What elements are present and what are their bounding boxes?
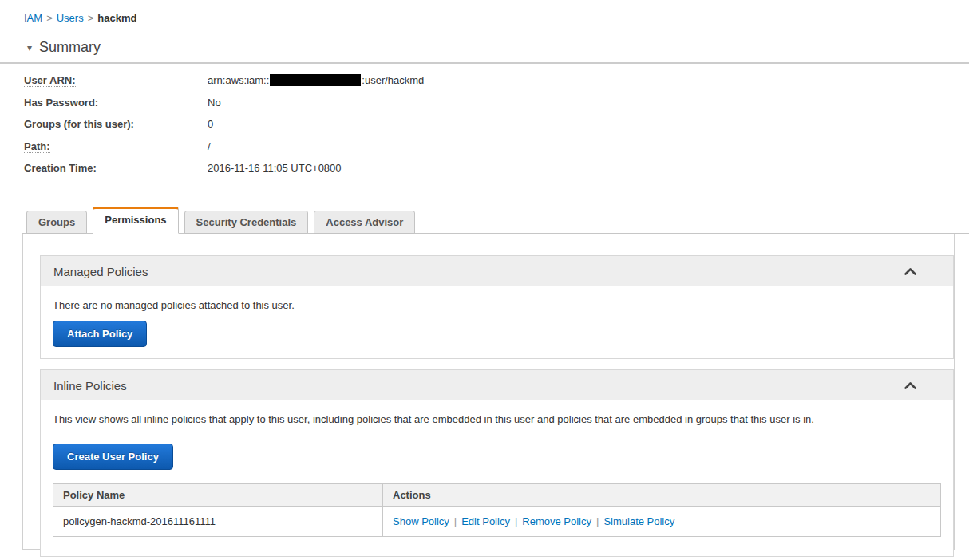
- inline-policies-description: This view shows all inline policies that…: [53, 413, 941, 425]
- arn-suffix: :user/hackmd: [362, 74, 424, 86]
- tab-permissions[interactable]: Permissions: [93, 207, 178, 234]
- tab-access-advisor[interactable]: Access Advisor: [314, 211, 415, 234]
- managed-policies-body: There are no managed policies attached t…: [41, 286, 953, 358]
- field-value-groups: 0: [208, 118, 213, 130]
- field-label-path: Path:: [24, 140, 208, 152]
- managed-policies-header[interactable]: Managed Policies: [41, 256, 953, 286]
- breadcrumb-link-iam[interactable]: IAM: [24, 12, 42, 24]
- field-row-has-password: Has Password: No: [0, 92, 969, 114]
- permissions-tab-panel: Managed Policies There are no managed po…: [22, 234, 955, 550]
- field-value-creation-time: 2016-11-16 11:05 UTC+0800: [208, 162, 342, 174]
- managed-policies-empty-text: There are no managed policies attached t…: [53, 299, 941, 311]
- remove-policy-link[interactable]: Remove Policy: [522, 515, 591, 527]
- tab-groups[interactable]: Groups: [26, 211, 87, 234]
- table-row: policygen-hackmd-201611161111 Show Polic…: [53, 507, 941, 537]
- breadcrumb-link-users[interactable]: Users: [57, 12, 84, 24]
- field-label-groups: Groups (for this user):: [24, 118, 208, 130]
- inline-policies-title: Inline Policies: [53, 379, 904, 392]
- summary-fields: User ARN: arn:aws:iam:::user/hackmd Has …: [0, 69, 969, 179]
- tab-security-credentials[interactable]: Security Credentials: [184, 211, 309, 234]
- inline-policies-body: This view shows all inline policies that…: [41, 400, 953, 556]
- summary-header: ▾ Summary: [27, 39, 969, 56]
- field-row-path: Path: /: [0, 136, 969, 158]
- redacted-account-id: [270, 74, 361, 86]
- table-header-row: Policy Name Actions: [53, 484, 941, 507]
- link-separator: |: [515, 515, 517, 527]
- field-value-path: /: [208, 140, 211, 152]
- actions-cell: Show Policy|Edit Policy|Remove Policy|Si…: [383, 507, 941, 537]
- breadcrumb-separator: >: [46, 12, 53, 24]
- arn-prefix: arn:aws:iam::: [208, 74, 269, 86]
- inline-policies-section: Inline Policies This view shows all inli…: [40, 369, 954, 557]
- simulate-policy-link[interactable]: Simulate Policy: [603, 515, 674, 527]
- show-policy-link[interactable]: Show Policy: [393, 515, 449, 527]
- column-header-policy-name: Policy Name: [53, 484, 383, 507]
- field-row-groups: Groups (for this user): 0: [0, 113, 969, 136]
- iam-user-detail-page: IAM>Users>hackmd ▾ Summary User ARN: arn…: [0, 0, 969, 560]
- managed-policies-title: Managed Policies: [53, 265, 904, 278]
- attach-policy-button[interactable]: Attach Policy: [53, 321, 147, 347]
- managed-policies-section: Managed Policies There are no managed po…: [40, 255, 954, 359]
- field-label-user-arn: User ARN:: [24, 74, 208, 86]
- summary-title: Summary: [39, 39, 101, 56]
- field-row-creation-time: Creation Time: 2016-11-16 11:05 UTC+0800: [0, 157, 969, 179]
- column-header-actions: Actions: [383, 484, 941, 507]
- field-value-has-password: No: [208, 97, 221, 108]
- breadcrumb: IAM>Users>hackmd: [0, 0, 969, 24]
- breadcrumb-separator: >: [88, 12, 94, 24]
- collapse-triangle-icon[interactable]: ▾: [27, 43, 32, 53]
- field-label-creation-time: Creation Time:: [24, 162, 208, 174]
- edit-policy-link[interactable]: Edit Policy: [461, 515, 510, 527]
- tab-strip: Groups Permissions Security Credentials …: [26, 207, 415, 234]
- inline-policies-table: Policy Name Actions policygen-hackmd-201…: [53, 483, 941, 537]
- chevron-up-icon[interactable]: [904, 382, 916, 389]
- chevron-up-icon[interactable]: [904, 268, 916, 275]
- breadcrumb-current-user: hackmd: [97, 12, 136, 24]
- link-separator: |: [454, 515, 457, 527]
- link-separator: |: [596, 515, 599, 527]
- inline-policies-header[interactable]: Inline Policies: [41, 370, 953, 400]
- field-value-user-arn: arn:aws:iam:::user/hackmd: [208, 74, 424, 86]
- field-row-user-arn: User ARN: arn:aws:iam:::user/hackmd: [0, 69, 969, 92]
- policy-name-cell: policygen-hackmd-201611161111: [53, 507, 383, 537]
- field-label-has-password: Has Password:: [24, 97, 208, 108]
- summary-divider: [0, 62, 969, 64]
- create-user-policy-button[interactable]: Create User Policy: [53, 444, 173, 470]
